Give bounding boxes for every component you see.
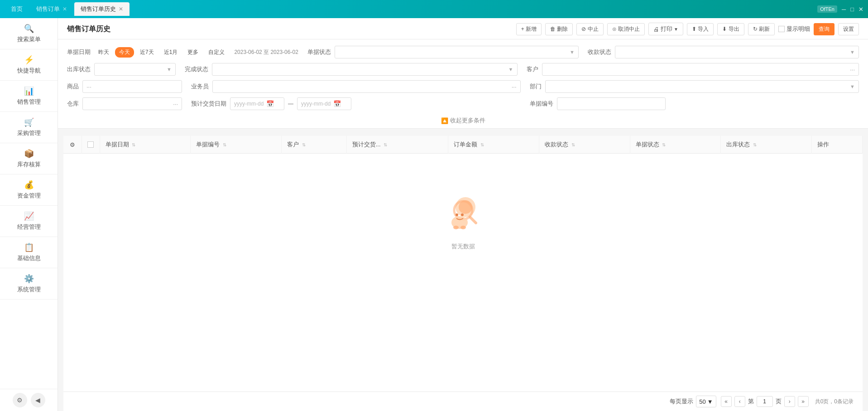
sidebar-item-finance[interactable]: 💰 资金管理	[0, 174, 58, 206]
tab-sales-order-history-close[interactable]: ✕	[119, 6, 123, 12]
product-select[interactable]: ···	[82, 80, 182, 93]
operation-icon: 📈	[24, 211, 34, 221]
calendar-start-icon: 📅	[266, 100, 274, 107]
per-page-label: 每页显示	[670, 397, 693, 406]
filter-row-2: 出库状态 ▼ 完成状态 ▼ 客户 ···	[67, 63, 859, 76]
date-btn-yesterday[interactable]: 昨天	[94, 47, 113, 58]
col-doc-date[interactable]: 单据日期 ⇅	[100, 136, 191, 154]
tab-home[interactable]: 首页	[5, 2, 29, 16]
show-detail-checkbox[interactable]	[778, 26, 785, 32]
main-content: ⚙ 单据日期 ⇅ 单据编号 ⇅	[58, 129, 868, 411]
warehouse-select[interactable]: ···	[82, 97, 182, 110]
col-doc-status[interactable]: 单据状态 ⇅	[630, 136, 721, 154]
col-out-status-label: 出库状态	[726, 141, 750, 148]
filter-row-3: 商品 ··· 业务员 ··· 部门 ▼	[67, 80, 859, 93]
select-all-checkbox[interactable]	[87, 141, 94, 148]
sidebar-item-purchase[interactable]: 🛒 采购管理	[0, 112, 58, 143]
delete-button[interactable]: 🗑 删除	[545, 23, 573, 35]
department-group: 部门 ▼	[530, 80, 859, 93]
svg-point-8	[461, 213, 464, 216]
sidebar-item-purchase-label: 采购管理	[17, 129, 41, 137]
sidebar-item-sales[interactable]: 📊 销售管理	[0, 81, 58, 112]
sidebar-item-inventory[interactable]: 📦 库存核算	[0, 143, 58, 174]
out-status-select[interactable]: ▼	[94, 63, 176, 76]
doc-status-chevron: ▼	[570, 49, 575, 55]
col-expected-date[interactable]: 预计交货... ⇅	[346, 136, 448, 154]
import-button[interactable]: ⬆ 导入	[687, 23, 714, 35]
per-page-wrap: 每页显示 50 ▼	[670, 396, 716, 407]
complete-status-select[interactable]: ▼	[212, 63, 518, 76]
settings-button[interactable]: 设置	[838, 23, 859, 35]
print-icon: 🖨	[653, 26, 659, 33]
sidebar-item-basic-info[interactable]: 📋 基础信息	[0, 237, 58, 268]
customer-label: 客户	[527, 65, 538, 73]
sort-receipt-status-icon: ⇅	[571, 142, 575, 147]
date-btn-today[interactable]: 今天	[115, 47, 134, 58]
col-customer[interactable]: 客户 ⇅	[281, 136, 346, 154]
window-close[interactable]: ✕	[858, 6, 863, 13]
sort-doc-date-icon: ⇅	[132, 142, 135, 147]
department-select[interactable]: ▼	[545, 80, 859, 93]
col-receipt-status[interactable]: 收款状态 ⇅	[539, 136, 630, 154]
prev-page-btn[interactable]: ‹	[734, 396, 745, 407]
sidebar-item-search[interactable]: 🔍 搜索菜单	[0, 18, 58, 49]
expected-date-end[interactable]: yyyy-mm-dd 📅	[297, 97, 351, 110]
query-button[interactable]: 查询	[814, 23, 834, 35]
data-table: ⚙ 单据日期 ⇅ 单据编号 ⇅	[63, 136, 863, 154]
svg-line-3	[470, 217, 476, 223]
receipt-status-select[interactable]: ▼	[615, 46, 859, 58]
sidebar-item-search-label: 搜索菜单	[17, 35, 41, 44]
col-doc-no[interactable]: 单据编号 ⇅	[191, 136, 282, 154]
col-order-amount-label: 订单金额	[454, 141, 477, 148]
often-label: OfTEn	[817, 5, 837, 13]
settings-col-header[interactable]: ⚙	[63, 136, 82, 154]
last-page-btn[interactable]: »	[798, 396, 809, 407]
date-btn-1month[interactable]: 近1月	[160, 47, 182, 58]
pagination-wrap: « ‹ 第 页 › » 共0页，0条记录	[721, 396, 854, 407]
collapse-trigger[interactable]: 🔼 收起更多条件	[67, 115, 859, 125]
svg-point-5	[453, 226, 459, 229]
customer-select[interactable]: ···	[542, 63, 859, 76]
col-order-amount[interactable]: 订单金额 ⇅	[448, 136, 539, 154]
toolbar: + 新增 🗑 删除 ⊘ 中止 ⊙ 取消中止 🖨 打印 ▼ ⬆ 导入 ⬇ 导出 ↻…	[516, 23, 859, 35]
doc-no-input[interactable]	[557, 97, 666, 110]
receipt-status-group: 收款状态 ▼	[588, 46, 859, 58]
sidebar-settings-icon[interactable]: ⚙	[13, 393, 27, 407]
print-button[interactable]: 🖨 打印 ▼	[648, 23, 683, 35]
col-doc-no-label: 单据编号	[196, 141, 220, 148]
sidebar-collapse-icon[interactable]: ◀	[31, 393, 45, 407]
salesperson-select[interactable]: ···	[212, 80, 521, 93]
window-maximize[interactable]: □	[850, 6, 854, 13]
tab-sales-order-history[interactable]: 销售订单历史 ✕	[74, 2, 129, 16]
date-btn-more[interactable]: 更多	[183, 47, 202, 58]
tab-sales-order-close[interactable]: ✕	[62, 6, 67, 12]
tab-sales-order[interactable]: 销售订单 ✕	[30, 2, 73, 16]
sidebar-item-quick-nav[interactable]: ⚡ 快捷导航	[0, 49, 58, 81]
complete-status-label: 完成状态	[185, 65, 208, 73]
cancel-stop-button[interactable]: ⊙ 取消中止	[607, 23, 645, 35]
table-header-row: ⚙ 单据日期 ⇅ 单据编号 ⇅	[63, 136, 863, 154]
page-input[interactable]	[757, 396, 773, 407]
sort-doc-no-icon: ⇅	[223, 142, 226, 147]
sidebar-item-operation[interactable]: 📈 经营管理	[0, 206, 58, 237]
expected-date-start[interactable]: yyyy-mm-dd 📅	[230, 97, 284, 110]
date-btn-7days[interactable]: 近7天	[136, 47, 158, 58]
col-out-status[interactable]: 出库状态 ⇅	[721, 136, 812, 154]
first-page-btn[interactable]: «	[721, 396, 732, 407]
export-button[interactable]: ⬇ 导出	[717, 23, 744, 35]
new-button[interactable]: + 新增	[516, 23, 542, 35]
next-page-btn[interactable]: ›	[784, 396, 795, 407]
receipt-status-chevron: ▼	[850, 49, 855, 55]
refresh-button[interactable]: ↻ 刷新	[748, 23, 775, 35]
window-minimize[interactable]: ─	[842, 6, 846, 13]
out-status-label: 出库状态	[67, 65, 91, 73]
sidebar-item-operation-label: 经营管理	[17, 223, 41, 231]
per-page-select[interactable]: 50 ▼	[696, 396, 716, 407]
date-btn-custom[interactable]: 自定义	[204, 47, 229, 58]
doc-status-select[interactable]: ▼	[335, 46, 579, 58]
total-info: 共0页，0条记录	[815, 398, 854, 406]
sidebar-item-system[interactable]: ⚙️ 系统管理	[0, 268, 58, 300]
stop-button[interactable]: ⊘ 中止	[576, 23, 603, 35]
sidebar-item-finance-label: 资金管理	[17, 192, 41, 200]
system-icon: ⚙️	[24, 274, 34, 284]
